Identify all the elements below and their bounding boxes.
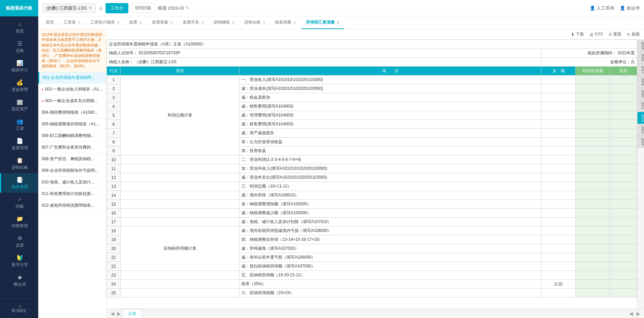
cell-amount[interactable] xyxy=(542,147,576,155)
year-btn-2022[interactable]: 2022 xyxy=(638,112,644,124)
cell-item[interactable]: 减：抵扣应纳税所得额（填写A107030） xyxy=(239,262,542,271)
cell-profit[interactable] xyxy=(576,253,610,262)
cell-rownum[interactable]: 12 xyxy=(107,173,121,182)
table-list-item-010[interactable]: 010-免税、减计收入及加计... xyxy=(38,177,106,188)
sidebar-item-member[interactable]: ◆ 畅会员 xyxy=(0,271,38,290)
cell-amount[interactable] xyxy=(542,289,576,298)
year-btn-2019[interactable]: 2019 xyxy=(638,40,644,52)
cell-amount[interactable] xyxy=(542,102,576,111)
cell-item[interactable]: 加：公允价值变动收益 xyxy=(239,138,542,147)
cell-diff[interactable] xyxy=(610,218,637,226)
cell-diff[interactable] xyxy=(610,173,637,182)
cell-rownum[interactable]: 7 xyxy=(107,129,121,138)
cell-diff[interactable] xyxy=(610,129,637,138)
cell-diff[interactable] xyxy=(610,182,637,191)
sidebar-item-home[interactable]: ⌂ 首页 xyxy=(0,18,38,37)
cell-item[interactable]: 减：免税、减计收入及加计扣除（填写A107010） xyxy=(239,218,542,226)
cell-rownum[interactable]: 23 xyxy=(107,271,121,280)
cell-profit[interactable] xyxy=(576,235,610,244)
sidebar-item-payroll[interactable]: 👥 工资 xyxy=(0,115,38,134)
cell-profit[interactable] xyxy=(576,200,610,209)
cell-rownum[interactable]: 22 xyxy=(107,262,121,271)
sidebar-item-invoice[interactable]: 📄 发票管理 xyxy=(0,134,38,154)
cell-item[interactable]: 减：所得减免（填写A107020） xyxy=(239,244,542,253)
cell-diff[interactable] xyxy=(610,93,637,102)
cell-rownum[interactable]: 13 xyxy=(107,182,121,191)
cell-profit[interactable] xyxy=(576,155,610,164)
sidebar-item-archive[interactable]: 📁 归档管理 xyxy=(0,212,38,232)
cell-diff[interactable] xyxy=(610,191,637,200)
cell-rownum[interactable]: 21 xyxy=(107,253,121,262)
sidebar-item-settings[interactable]: ⚙ 设置 xyxy=(0,232,38,251)
cell-amount[interactable] xyxy=(542,262,576,271)
year-btn-2016[interactable]: 2016 xyxy=(638,52,644,64)
year-btn-2024[interactable]: 2024 xyxy=(638,136,644,148)
cell-profit[interactable] xyxy=(576,111,610,120)
spreadsheet-main[interactable]: 企业所得税年度纳税申报表（A类）主表（A100000） 纳税人识别号： 9132… xyxy=(107,40,637,308)
scroll-left-icon[interactable]: ◀ xyxy=(628,311,634,316)
cell-diff[interactable] xyxy=(610,75,637,84)
cell-item[interactable]: 加：纳税调整增加额（填写A105000） xyxy=(239,200,542,209)
cell-item[interactable]: 加：投资收益 xyxy=(239,147,542,155)
cell-diff[interactable] xyxy=(610,111,637,120)
cell-item[interactable]: 减：弥补以前年度亏损（填写A106000） xyxy=(239,253,542,262)
cell-diff[interactable] xyxy=(610,120,637,129)
table-list-item-006[interactable]: 006-职工薪酬纳税调整明细... xyxy=(38,130,106,142)
sidebar-item-assets[interactable]: 🏢 固定资产 xyxy=(0,95,38,115)
print-icon[interactable]: 🖨 xyxy=(99,6,103,11)
sheet-nav-next[interactable]: ▶ xyxy=(116,311,122,316)
cell-profit[interactable] xyxy=(576,289,610,298)
tab-payroll[interactable]: 工资表 × xyxy=(59,16,85,29)
company-selector[interactable]: (勿删) 江西服宝-LSS ▼ xyxy=(42,3,96,13)
cell-item[interactable]: 减：境外所得（填写A108010） xyxy=(239,191,542,200)
tab-invoice-close[interactable]: × xyxy=(139,20,142,25)
cell-amount[interactable] xyxy=(542,129,576,138)
cell-rownum[interactable]: 2 xyxy=(107,84,121,93)
tab-sales-ledger[interactable]: 进销台账 × xyxy=(239,16,270,29)
table-list-item-004[interactable]: 004-期间费用明细表（A1040... xyxy=(38,107,106,119)
year-btn-2023[interactable]: 2023 xyxy=(638,124,644,136)
cell-rownum[interactable]: 20 xyxy=(107,244,121,253)
period-edit-icon[interactable]: ✎ xyxy=(186,5,190,11)
cell-rownum[interactable]: 15 xyxy=(107,200,121,209)
cell-amount[interactable] xyxy=(542,218,576,226)
cell-item[interactable]: 五、应纳税所得额（19-20-21-22） xyxy=(239,271,542,280)
sidebar-item-reports[interactable]: 📊 报表中心 xyxy=(0,56,38,76)
table-list-item-001[interactable]: 001-企业所得税年度纳税申... xyxy=(38,72,106,84)
cell-rownum[interactable]: 25 xyxy=(107,289,121,298)
cell-item[interactable]: 税率（25%） xyxy=(239,280,542,289)
cell-diff[interactable] xyxy=(610,84,637,93)
cell-diff[interactable] xyxy=(610,262,637,271)
cell-diff[interactable] xyxy=(610,289,637,298)
cell-profit[interactable] xyxy=(576,182,610,191)
cell-profit[interactable] xyxy=(576,84,610,93)
table-list-item-008[interactable]: 008-资产折旧、摊销及纳税... xyxy=(38,153,106,165)
scroll-right-icon[interactable]: ▶ xyxy=(635,311,641,316)
cell-rownum[interactable]: 24 xyxy=(107,280,121,289)
tab-invoice-issue[interactable]: 发票开具 × xyxy=(178,16,209,29)
cell-item[interactable]: 六、应纳所得税额（23×24） xyxy=(239,289,542,298)
cell-item[interactable]: 减：纳税调整减少额（填写A105000） xyxy=(239,209,542,218)
cell-amount[interactable] xyxy=(542,155,576,164)
tab-sales-ledger-close[interactable]: × xyxy=(263,20,265,25)
cell-diff[interactable] xyxy=(610,244,637,253)
cell-amount[interactable] xyxy=(542,173,576,182)
cell-item[interactable]: 减：销售费用(填写A104000) xyxy=(239,102,542,111)
table-list-item-005[interactable]: 005-纳税调整项目明细表（A1... xyxy=(38,119,106,130)
cell-amount[interactable] xyxy=(542,120,576,129)
cell-item[interactable]: 一、营业收入(填写A101010\101020\103000) xyxy=(239,75,542,84)
cell-amount[interactable] xyxy=(542,93,576,102)
cell-diff[interactable] xyxy=(610,147,637,155)
service-btn[interactable]: 👤 人工答询 xyxy=(590,5,614,11)
cell-item[interactable]: 二、营业利润(1-2-3-4-5-6-7-8+9) xyxy=(239,155,542,164)
tab-invoice[interactable]: 发票 × xyxy=(124,16,147,29)
tab-income-tax[interactable]: 所得税汇算清缴 × xyxy=(301,16,344,29)
cell-amount[interactable] xyxy=(542,75,576,84)
cell-rownum[interactable]: 1 xyxy=(107,75,121,84)
cell-amount[interactable]: 0.25 xyxy=(542,280,576,289)
cell-amount[interactable] xyxy=(542,253,576,262)
table-list-item-009[interactable]: 009-企业所得税附加补亏损明... xyxy=(38,165,106,177)
download-button[interactable]: ⬇ 下载 xyxy=(571,31,584,37)
cell-rownum[interactable]: 16 xyxy=(107,209,121,218)
cell-diff[interactable] xyxy=(610,280,637,289)
